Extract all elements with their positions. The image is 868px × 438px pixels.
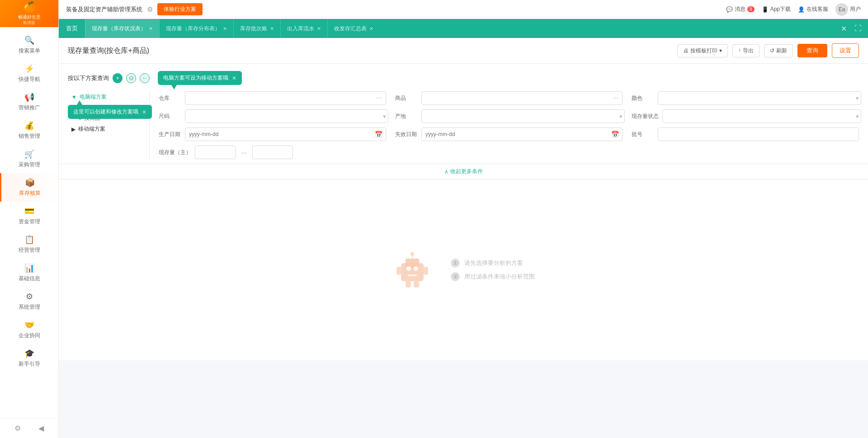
svg-rect-8 [414,281,419,287]
color-label: 颜色 [632,94,654,102]
inventory-status-select[interactable] [662,109,861,123]
basic-icon: 📊 [24,263,34,273]
filter-row-color: 颜色 ▾ [632,91,859,105]
industry-solution-button[interactable]: 体验行业方案 [157,3,203,15]
tab-inventory-dist-close[interactable]: ✕ [223,26,227,32]
warehouse-input-wrap: ⋯ [185,91,386,105]
empty-tip-2: ② 用过滤条件来缩小分析范围 [451,272,535,281]
sidebar-logo: 🍊 畅通好生意 标准版 [0,0,58,27]
svg-point-10 [410,252,414,256]
warehouse-dots-icon[interactable]: ⋯ [376,94,382,102]
tab-inventory-status[interactable]: 现存量（库存状况表） ✕ [85,19,159,38]
guide-icon: 🎓 [24,349,34,358]
expiry-date-wrap: 📅 [421,127,623,141]
refresh-button[interactable]: ↺ 刷新 [764,44,793,57]
header-online-support[interactable]: 👤 在线客服 [798,5,828,13]
sidebar-item-enterprise[interactable]: 🤝 企业协同 [0,316,58,344]
svg-point-2 [406,266,411,271]
tab-collection-close[interactable]: ✕ [369,26,373,32]
tabs-maximize-icon[interactable]: ⛶ [852,22,864,35]
filter-back-button[interactable]: ← [140,73,150,83]
tab-in-out[interactable]: 出入库流水 ✕ [280,19,327,38]
sidebar-item-sales[interactable]: 💰 销售管理 [0,116,58,145]
svg-rect-7 [406,281,411,287]
origin-select[interactable] [421,109,625,123]
logo-icon: 🍊 [23,1,35,13]
inventory-status-label: 现存量状态 [632,113,659,120]
color-select[interactable] [658,91,861,105]
sidebar-item-finance[interactable]: 💳 资金管理 [0,202,58,230]
warehouse-input[interactable] [185,91,386,105]
expiry-date-input[interactable] [421,127,623,141]
inventory-main-to[interactable] [252,146,293,159]
filter-copy-button[interactable]: ⊙ [126,73,136,83]
sidebar-item-marketing[interactable]: 📢 营销推广 [0,88,58,116]
content-area: ① 请先选择要分析的方案 ② 用过滤条件来缩小分析范围 [59,179,868,360]
sidebar-item-search[interactable]: 🔍 搜索菜单 [0,31,58,59]
production-date-input[interactable] [185,127,386,141]
tab-home[interactable]: 首页 [59,19,85,38]
sidebar-settings-icon[interactable]: ⚙ [14,424,21,433]
sidebar-collapse-icon[interactable]: ◀ [38,424,44,433]
logo-title: 畅通好生意 [18,14,41,20]
main-content: 现存量查询(按仓库+商品) 🖨 按模板打印 ▾ ↑ 导出 ↺ 刷新 查询 设置 … [59,38,868,438]
inventory-main-from[interactable] [195,146,236,159]
marketing-icon: 📢 [24,92,34,102]
template-print-button[interactable]: 🖨 按模板打印 ▾ [677,44,728,57]
filter-row-inventory-main: 现存量（主） — [159,146,386,159]
header-notifications[interactable]: 💬 消息 9 [726,5,755,13]
tab-collection[interactable]: 收发存汇总表 ✕ [327,19,380,38]
notifications-icon: 💬 [726,6,733,13]
sidebar-item-basic[interactable]: 📊 基础信息 [0,259,58,287]
sidebar-item-inventory-label: 库存核算 [19,189,41,197]
collapse-bar[interactable]: ∧ 收起更多条件 [59,164,868,179]
filter-add-button[interactable]: + [113,73,123,83]
tab-inventory-status-close[interactable]: ✕ [149,26,153,32]
tip-2-num: ② [451,272,460,281]
query-button[interactable]: 查询 [797,44,827,57]
size-select[interactable] [185,109,388,123]
empty-illustration [392,250,433,290]
filter-row-size: 尺码 ▾ [159,109,386,123]
scheme-tooltip-text: 电脑方案可设为移动方案哦 [163,74,228,82]
tab-batch-account-close[interactable]: ✕ [270,26,274,32]
goods-input[interactable] [421,91,623,105]
filter-row-expiry-date: 失效日期 📅 [395,127,623,141]
tab-in-out-close[interactable]: ✕ [317,26,321,32]
header-app-download[interactable]: 📱 App下载 [762,5,791,13]
purchase-icon: 🛒 [24,149,34,159]
back-icon: ← [142,75,148,81]
sidebar-item-guide[interactable]: 🎓 新手引导 [0,344,58,372]
sidebar-item-purchase[interactable]: 🛒 采购管理 [0,145,58,173]
app-download-label: App下载 [770,5,791,13]
sidebar-item-quicknav[interactable]: ⚡ 快捷导航 [0,59,58,88]
production-date-calendar-icon[interactable]: 📅 [375,131,382,138]
production-date-label: 生产日期 [159,131,181,138]
create-tooltip-text: 这里可以创建和修改方案哦 [73,108,138,116]
reset-button[interactable]: 设置 [832,43,859,58]
filter-fields: 仓库 ⋯ 商品 ⋯ 颜色 [159,91,859,159]
batch-label: 批号 [632,131,654,138]
export-button[interactable]: ↑ 导出 [732,44,760,57]
tabs-bar-right: ✕ ⛶ [837,22,868,35]
sidebar-item-inventory[interactable]: 📦 库存核算 [0,173,58,202]
sidebar-item-system[interactable]: ⚙ 系统管理 [0,287,58,316]
goods-dots-icon[interactable]: ⋯ [613,94,619,102]
sidebar-item-operations[interactable]: 📋 经营管理 [0,230,58,259]
batch-input[interactable] [658,127,859,141]
tab-inventory-dist[interactable]: 现存量（库存分布表） ✕ [159,19,233,38]
tab-batch-account[interactable]: 库存批次账 ✕ [233,19,280,38]
expiry-date-calendar-icon[interactable]: 📅 [611,131,619,138]
header-gear-icon[interactable]: ⚙ [147,5,153,14]
tabs-close-all-icon[interactable]: ✕ [837,22,850,35]
sidebar-item-sales-label: 销售管理 [19,132,40,140]
create-tooltip-close[interactable]: ✕ [142,109,146,115]
sidebar: 🍊 畅通好生意 标准版 🔍 搜索菜单 ⚡ 快捷导航 📢 营销推广 💰 销售管理 … [0,0,59,438]
header-user[interactable]: Ea 用户 [835,3,861,16]
online-support-label: 在线客服 [807,5,828,13]
scheme-mobile-group[interactable]: ▶ 移动端方案 [68,123,140,135]
filter-area: 按以下方案查询 + ⊙ ← 电脑方案可设为移动方案哦 ✕ [59,64,868,164]
app-download-icon: 📱 [762,6,769,13]
scheme-tooltip-close[interactable]: ✕ [232,75,236,81]
page-header: 现存量查询(按仓库+商品) 🖨 按模板打印 ▾ ↑ 导出 ↺ 刷新 查询 设置 [59,38,868,64]
